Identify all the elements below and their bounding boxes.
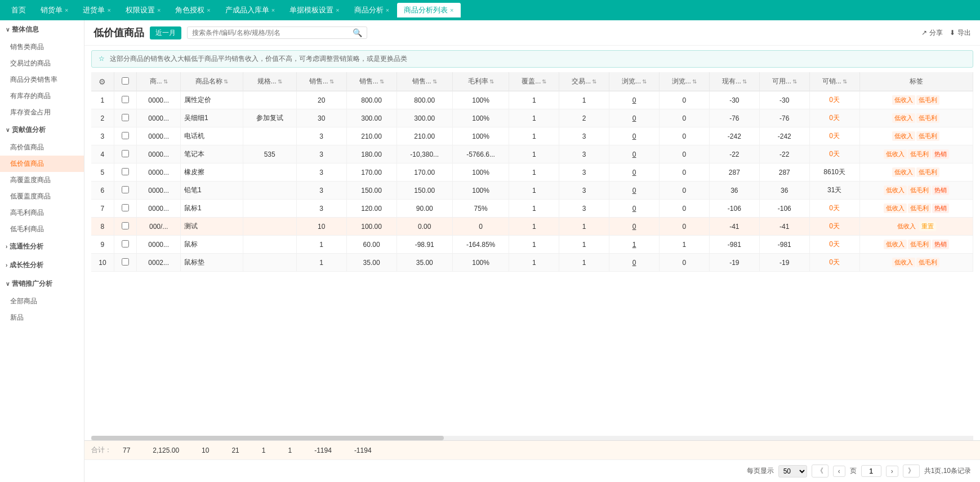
row-view1[interactable]: 0	[609, 218, 660, 236]
view-count-link[interactable]: 0	[632, 114, 636, 122]
col-margin[interactable]: 毛利率⇅	[452, 72, 509, 91]
sidebar-item-high-value[interactable]: 高价值商品	[0, 139, 84, 156]
row-name[interactable]: 鼠标1	[180, 200, 243, 218]
row-name[interactable]: 吴细细1	[180, 109, 243, 127]
row-select-checkbox[interactable]	[122, 186, 129, 193]
sidebar-group-growth[interactable]: › 成长性分析	[0, 256, 84, 275]
nav-warehouse[interactable]: 产成品入库单 ×	[219, 3, 282, 17]
sidebar-group-marketing[interactable]: ∨ 营销推广分析	[0, 275, 84, 293]
row-name[interactable]: 笔记本	[180, 145, 243, 163]
col-coverage[interactable]: 覆盖...⇅	[509, 72, 559, 91]
row-name[interactable]: 属性定价	[180, 91, 243, 109]
nav-product-analysis-list[interactable]: 商品分析列表 ×	[397, 3, 460, 17]
sidebar-item-sales-products[interactable]: 销售类商品	[0, 39, 84, 55]
col-sales2[interactable]: 销售...⇅	[346, 72, 397, 91]
next-page-button[interactable]: ›	[886, 466, 898, 477]
view-count-link[interactable]: 0	[632, 205, 636, 213]
col-settings[interactable]: ⚙	[91, 72, 114, 91]
filter-period-button[interactable]: 近一月	[150, 26, 181, 39]
sidebar-item-all-products[interactable]: 全部商品	[0, 293, 84, 309]
row-name[interactable]: 电话机	[180, 127, 243, 145]
page-number-input[interactable]	[861, 465, 881, 477]
sidebar-item-new-products[interactable]: 新品	[0, 309, 84, 326]
row-view1[interactable]: 0	[609, 163, 660, 182]
prev-page-button[interactable]: ‹	[833, 466, 845, 477]
close-icon[interactable]: ×	[450, 7, 453, 14]
view-count-link[interactable]: 1	[632, 241, 636, 249]
nav-template[interactable]: 单据模板设置 ×	[283, 3, 346, 17]
col-avail[interactable]: 可用...⇅	[759, 72, 809, 91]
view-count-link[interactable]: 0	[632, 187, 636, 194]
view-count-link[interactable]: 0	[632, 132, 636, 140]
row-view1[interactable]: 0	[609, 109, 660, 127]
sidebar-item-category-sales[interactable]: 商品分类销售率	[0, 72, 84, 88]
row-select-checkbox[interactable]	[122, 96, 129, 103]
row-name[interactable]: 鼠标垫	[180, 254, 243, 272]
row-view1[interactable]: 0	[609, 91, 660, 109]
search-icon[interactable]: 🔍	[353, 28, 362, 37]
row-view1[interactable]: 0	[609, 145, 660, 163]
col-days[interactable]: 可销...⇅	[809, 72, 859, 91]
col-name[interactable]: 商品名称⇅	[180, 72, 243, 91]
row-view1[interactable]: 0	[609, 200, 660, 218]
row-select-checkbox[interactable]	[122, 150, 129, 157]
row-name[interactable]: 测试	[180, 218, 243, 236]
nav-permissions[interactable]: 权限设置 ×	[119, 3, 167, 17]
row-view1[interactable]: 0	[609, 254, 660, 272]
view-count-link[interactable]: 0	[632, 259, 636, 267]
horizontal-scrollbar[interactable]	[91, 436, 973, 440]
sidebar-group-overall[interactable]: ∨ 整体信息	[0, 20, 84, 39]
row-name[interactable]: 橡皮擦	[180, 163, 243, 182]
sidebar-item-low-margin[interactable]: 低毛利商品	[0, 221, 84, 237]
sidebar-item-traded-products[interactable]: 交易过的商品	[0, 55, 84, 72]
page-size-select[interactable]: 50 100 200	[778, 465, 807, 477]
row-select-checkbox[interactable]	[122, 222, 129, 229]
view-count-link[interactable]: 0	[632, 151, 636, 158]
gear-icon[interactable]: ⚙	[99, 77, 106, 86]
close-icon[interactable]: ×	[107, 7, 110, 14]
close-icon[interactable]: ×	[336, 7, 339, 14]
nav-purchase[interactable]: 进货单 ×	[76, 3, 117, 17]
view-count-link[interactable]: 0	[632, 96, 636, 104]
row-select-checkbox[interactable]	[122, 240, 129, 247]
select-all-checkbox[interactable]	[122, 77, 129, 85]
row-select-checkbox[interactable]	[122, 114, 129, 121]
close-icon[interactable]: ×	[386, 7, 389, 14]
sidebar-item-low-value[interactable]: 低价值商品	[0, 156, 84, 172]
col-sales3[interactable]: 销售...⇅	[397, 72, 452, 91]
close-icon[interactable]: ×	[271, 7, 275, 14]
sidebar-group-circulation[interactable]: › 流通性分析	[0, 237, 84, 256]
export-button[interactable]: ⬇ 导出	[950, 28, 971, 38]
nav-salesorder[interactable]: 销货单 ×	[34, 3, 75, 17]
sidebar-group-contribution[interactable]: ∨ 贡献值分析	[0, 121, 84, 139]
row-select-checkbox[interactable]	[122, 258, 129, 266]
row-view1[interactable]: 0	[609, 127, 660, 145]
row-select-checkbox[interactable]	[122, 204, 129, 211]
close-icon[interactable]: ×	[65, 7, 68, 14]
close-icon[interactable]: ×	[207, 7, 210, 14]
nav-roles[interactable]: 角色授权 ×	[168, 3, 217, 17]
row-name[interactable]: 铅笔1	[180, 182, 243, 200]
col-code[interactable]: 商...⇅	[137, 72, 181, 91]
sidebar-item-high-margin[interactable]: 高毛利商品	[0, 205, 84, 221]
col-view1[interactable]: 浏览...⇅	[609, 72, 660, 91]
close-icon[interactable]: ×	[157, 7, 161, 14]
share-button[interactable]: ↗ 分享	[921, 28, 943, 38]
last-page-button[interactable]: 》	[903, 465, 920, 477]
scrollbar-thumb[interactable]	[91, 436, 444, 440]
sidebar-item-low-coverage[interactable]: 低覆盖度商品	[0, 188, 84, 205]
sidebar-item-high-coverage[interactable]: 高覆盖度商品	[0, 172, 84, 188]
sidebar-item-inventory-capital[interactable]: 库存资金占用	[0, 104, 84, 121]
col-trade[interactable]: 交易...⇅	[559, 72, 609, 91]
nav-home[interactable]: 首页	[5, 3, 33, 17]
row-view1[interactable]: 0	[609, 182, 660, 200]
col-view2[interactable]: 浏览...⇅	[660, 72, 710, 91]
first-page-button[interactable]: 《	[812, 465, 828, 477]
search-input[interactable]	[192, 29, 353, 37]
view-count-link[interactable]: 0	[632, 223, 636, 231]
view-count-link[interactable]: 0	[632, 169, 636, 176]
col-stock[interactable]: 现有...⇅	[709, 72, 759, 91]
col-spec[interactable]: 规格...⇅	[243, 72, 296, 91]
row-select-checkbox[interactable]	[122, 132, 129, 139]
col-sales1[interactable]: 销售...⇅	[296, 72, 346, 91]
